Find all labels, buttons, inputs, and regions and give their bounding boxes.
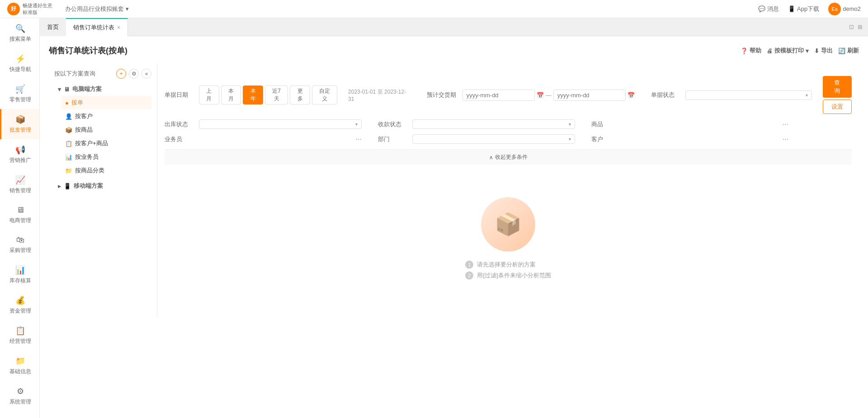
date-btn-more[interactable]: 更多 (290, 86, 310, 104)
collapse-bar[interactable]: ∧ 收起更多条件 (165, 150, 852, 165)
top-bar-left: 好 畅捷通好生意 标准版 办公用品行业模拟账套 ▾ (7, 2, 129, 15)
expected-delivery-label: 预计交货期 (427, 91, 455, 99)
user-profile[interactable]: Ea demo2 (828, 3, 861, 15)
product-icon: 📦 (65, 127, 72, 133)
page-title-row: 销售订单统计表(按单) ❓ 帮助 🖨 按模板打印 ▾ ⬇ 导出 (49, 45, 859, 56)
sidebar-item-operations[interactable]: 📋 经营管理 (0, 320, 39, 351)
expected-delivery-to[interactable] (553, 90, 626, 101)
tree-collapsed-icon: ▸ (58, 183, 61, 190)
tree-group-mobile-header[interactable]: ▸ 📱 移动端方案 (54, 179, 151, 193)
left-panel: 按以下方案查询 + ⚙ « ▾ 🖥 电脑端方案 (49, 63, 157, 317)
date-btn-last-month[interactable]: 上月 (199, 86, 219, 104)
calendar-icon-to: 📅 (627, 92, 635, 99)
help-button[interactable]: ❓ 帮助 (741, 47, 761, 55)
sidebar-item-quick-nav[interactable]: ⚡ 快捷导航 (0, 48, 39, 79)
print-button[interactable]: 🖨 按模板打印 ▾ (767, 47, 809, 55)
sidebar-item-finance[interactable]: 💰 资金管理 (0, 290, 39, 320)
tree-item-by-category[interactable]: 📁 按商品分类 (61, 164, 151, 177)
tab-expand-area: ⊡ ⊞ (844, 24, 868, 30)
expected-delivery-from[interactable] (462, 90, 535, 101)
sidebar-item-enterprise[interactable]: 🤝 企业协同 (0, 411, 39, 418)
tree-item-by-customer-product[interactable]: 📋 按客户+商品 (61, 137, 151, 150)
delivery-status-label: 出库状态 (165, 120, 192, 128)
mobile-scheme-icon: 📱 (64, 183, 71, 190)
tab-bar: 首页 销售订单统计表 × ⊡ ⊞ (40, 18, 868, 36)
tab-sales-order-stats[interactable]: 销售订单统计表 × (66, 18, 128, 36)
computer-icon: 🖥 (5, 205, 36, 215)
help-icon: ❓ (741, 48, 748, 54)
query-button[interactable]: 查询 (823, 76, 852, 98)
app-download-button[interactable]: 📱 App下载 (788, 5, 819, 13)
date-btn-7days[interactable]: 近7天 (265, 86, 288, 104)
left-panel-actions: + ⚙ « (116, 69, 151, 79)
customer-label: 客户 (591, 135, 618, 143)
collection-status-select[interactable]: ▾ (412, 119, 575, 129)
date-label: 单据日期 (165, 91, 192, 99)
tab-close-icon[interactable]: × (117, 24, 120, 31)
delivery-status-select[interactable]: ▾ (199, 119, 362, 129)
sidebar-item-system[interactable]: ⚙ 系统管理 (0, 381, 39, 411)
marketing-icon: 📢 (5, 145, 36, 155)
page-title: 销售订单统计表(按单) (49, 45, 127, 56)
refresh-button[interactable]: 🔄 刷新 (838, 47, 859, 55)
date-buttons: 上月 本月 本年 近7天 更多 自定义 (199, 86, 337, 104)
sidebar-item-basic-info[interactable]: 📁 基础信息 (0, 351, 39, 381)
order-status-select[interactable]: ▾ (685, 90, 812, 100)
top-bar-right: 💬 消息 📱 App下载 Ea demo2 (758, 3, 861, 15)
sidebar-item-wholesale[interactable]: 📦 批发管理 (0, 109, 39, 139)
tree-item-by-product[interactable]: 📦 按商品 (61, 123, 151, 137)
collapse-panel-button[interactable]: « (142, 69, 151, 79)
mobile-icon: 📱 (788, 5, 795, 12)
product-label: 商品 (591, 120, 618, 128)
date-separator: — (546, 92, 552, 99)
date-range-display: 2023-01-01 至 2023-12-31 (348, 88, 410, 102)
settings-button[interactable]: 设置 (823, 100, 852, 114)
customer-field: ··· (626, 135, 788, 143)
salesperson-label: 业务员 (165, 135, 192, 143)
customer-dots[interactable]: ··· (783, 135, 788, 143)
chevron-down-icon: ▾ (126, 5, 129, 12)
export-button[interactable]: ⬇ 导出 (814, 47, 833, 55)
date-btn-custom[interactable]: 自定义 (312, 86, 337, 104)
salesperson-dots[interactable]: ··· (356, 135, 362, 143)
filter-row-2: 出库状态 ▾ 收款状态 ▾ 商品 (165, 119, 852, 129)
product-dots[interactable]: ··· (783, 120, 788, 128)
empty-state-icon: 📦 (495, 212, 522, 237)
tab-home[interactable]: 首页 (40, 18, 66, 36)
order-status-caret: ▾ (806, 93, 808, 98)
maximize-icon[interactable]: ⊞ (858, 24, 863, 30)
tree-item-by-salesperson[interactable]: 📊 按业务员 (61, 150, 151, 164)
refresh-icon: 🔄 (838, 48, 845, 54)
sidebar-item-retail[interactable]: 🛒 零售管理 (0, 79, 39, 109)
sidebar-item-sales[interactable]: 📈 销售管理 (0, 170, 39, 200)
customer-icon: 👤 (65, 113, 72, 120)
tree-group-pc-header[interactable]: ▾ 🖥 电脑端方案 (54, 82, 151, 96)
delivery-status-caret: ▾ (355, 122, 358, 127)
main-layout: 🔍 搜索菜单 ⚡ 快捷导航 🛒 零售管理 📦 批发管理 📢 营销推广 📈 销售管… (0, 18, 868, 418)
department-label: 部门 (378, 135, 405, 143)
collapse-icon: ∧ (489, 154, 493, 161)
add-scheme-button[interactable]: + (116, 69, 126, 79)
sidebar-item-purchase[interactable]: 🛍 采购管理 (0, 230, 39, 260)
page-actions: ❓ 帮助 🖨 按模板打印 ▾ ⬇ 导出 🔄 刷新 (741, 47, 859, 55)
tree-item-by-order[interactable]: ● 按单 (61, 96, 151, 109)
workspace-selector[interactable]: 办公用品行业模拟账套 ▾ (65, 5, 129, 13)
minimize-icon[interactable]: ⊡ (849, 24, 854, 30)
date-btn-this-year[interactable]: 本年 (243, 86, 263, 104)
sidebar-item-inventory[interactable]: 📊 库存核算 (0, 260, 39, 290)
settings-scheme-button[interactable]: ⚙ (129, 69, 139, 79)
message-button[interactable]: 💬 消息 (758, 5, 779, 13)
sidebar-item-marketing[interactable]: 📢 营销推广 (0, 139, 39, 170)
sidebar-item-ecommerce[interactable]: 🖥 电商管理 (0, 200, 39, 230)
print-icon: 🖨 (767, 48, 773, 54)
page-content: 销售订单统计表(按单) ❓ 帮助 🖨 按模板打印 ▾ ⬇ 导出 (40, 36, 868, 418)
filter-row-3: 业务员 ··· 部门 ▾ 客户 ··· (165, 134, 852, 144)
tree-item-by-customer[interactable]: 👤 按客户 (61, 109, 151, 123)
date-btn-this-month[interactable]: 本月 (221, 86, 241, 104)
department-select[interactable]: ▾ (412, 134, 575, 144)
shopping-icon: 🛍 (5, 235, 36, 245)
product-field: ··· (626, 120, 788, 128)
box-icon: 📦 (5, 114, 36, 124)
salesperson-icon: 📊 (65, 154, 72, 161)
sidebar-item-search-menu[interactable]: 🔍 搜索菜单 (0, 18, 39, 48)
